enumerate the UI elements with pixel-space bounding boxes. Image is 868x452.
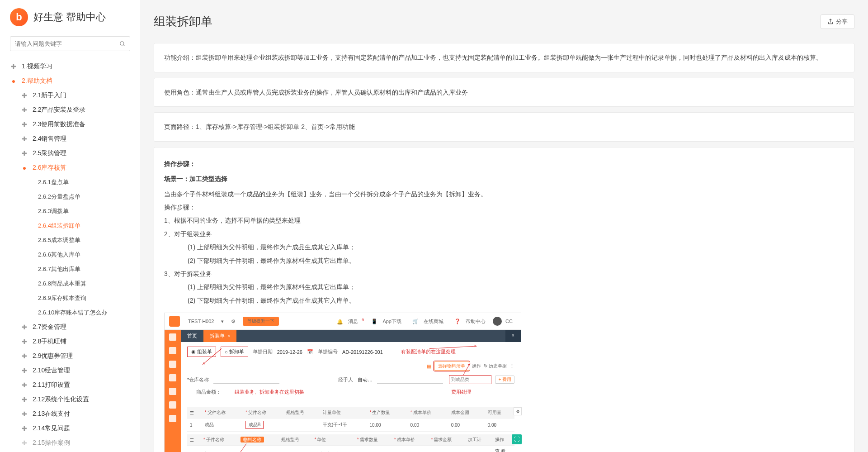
nav-2-13[interactable]: ✚2.13在线支付 xyxy=(0,407,140,421)
ss-tenant: TEST-H002 xyxy=(188,319,214,324)
ss-date-label: 单据日期 xyxy=(253,348,273,355)
gear-icon: ⚙ xyxy=(514,407,522,415)
nav-2-6-4[interactable]: 2.6.4组装拆卸单 xyxy=(0,219,140,233)
plus-icon: ✚ xyxy=(21,352,28,360)
th: 成本单价 xyxy=(408,407,448,419)
ss-topbar: TEST-H002 ▾ ⚙ 等级提升一下 🔔 消息9 📱 App下载 🛒 在线商… xyxy=(165,313,521,330)
nav-2-6-2[interactable]: 2.6.2分量盘点单 xyxy=(0,190,140,204)
embedded-screenshot: TEST-H002 ▾ ⚙ 等级提升一下 🔔 消息9 📱 App下载 🛒 在线商… xyxy=(164,313,521,452)
home-icon xyxy=(169,333,176,341)
th: 成本金额 xyxy=(448,407,485,419)
ss-msg: 🔔 消息9 xyxy=(337,318,364,325)
ss-handler-value: 自动… xyxy=(358,376,373,383)
svg-line-1 xyxy=(123,44,125,46)
copy-icon xyxy=(169,401,176,409)
plus-icon: ✚ xyxy=(21,150,28,157)
th: 单位 xyxy=(312,434,354,446)
logo-icon: b xyxy=(10,8,28,26)
ss-op-btn: 操作 xyxy=(472,363,481,369)
role-card: 使用角色：通常由生产人员或库管人员完成拆装业务的操作，库管人员确认原材料的出库和… xyxy=(154,78,854,107)
ss-radio-disassemble: ○ 拆卸单 xyxy=(221,347,248,357)
ops-label: 操作步骤： xyxy=(164,201,844,214)
more-icon: ⋮ xyxy=(509,363,514,369)
nav-2-6-6[interactable]: 2.6.6其他入库单 xyxy=(0,247,140,262)
th: 父件名称 xyxy=(202,407,243,419)
nav-2-6-7[interactable]: 2.6.7其他出库单 xyxy=(0,262,140,276)
th: 加工计 xyxy=(465,434,492,446)
search-icon[interactable] xyxy=(119,41,126,47)
nav-2-6-1[interactable]: 2.6.1盘点单 xyxy=(0,175,140,190)
ss-handler-input xyxy=(377,376,443,384)
ss-help: ❓ 帮助中心 xyxy=(454,318,489,325)
nav-2-15[interactable]: ✚2.15操作案例 xyxy=(0,436,140,450)
ss-tabs: 首页 拆装单× × xyxy=(181,330,521,342)
ss-biz-amount: 商品金额： xyxy=(196,389,221,395)
nav-2-2[interactable]: ✚2.2产品安装及登录 xyxy=(0,103,140,117)
search-box xyxy=(10,36,130,51)
plus-icon: ✚ xyxy=(21,367,28,374)
plus-icon: ✚ xyxy=(21,135,28,143)
nav-2-11[interactable]: ✚2.11打印设置 xyxy=(0,378,140,392)
nav-2-6[interactable]: ●2.6库存核算 xyxy=(0,161,140,175)
nav-2-6-9[interactable]: 2.6.9库存账本查询 xyxy=(0,291,140,305)
ss-content: 首页 拆装单× × ◉ 组装单 ○ 拆卸单 单据日期 2019-12-26 xyxy=(181,330,521,452)
nav-2-12[interactable]: ✚2.12系统个性化设置 xyxy=(0,392,140,407)
nav-2-9[interactable]: ✚2.9优惠券管理 xyxy=(0,349,140,363)
nav-2-7[interactable]: ✚2.7资金管理 xyxy=(0,320,140,334)
ss-logo-icon xyxy=(169,316,180,327)
nav-2-5[interactable]: ✚2.5采购管理 xyxy=(0,146,140,161)
nav-2-6-10[interactable]: 2.6.10库存账本错了怎么办 xyxy=(0,305,140,320)
share-button[interactable]: 分享 xyxy=(821,14,854,29)
svg-point-0 xyxy=(120,41,124,45)
steps-title: 操作步骤： xyxy=(164,157,844,171)
nav-2-3[interactable]: ✚2.3使用前数据准备 xyxy=(0,117,140,132)
step-3: 3、对于拆装业务 xyxy=(164,267,844,281)
ss-assembly-btn: 选择物料清单 xyxy=(434,362,469,371)
nav-2-6-8[interactable]: 2.6.8商品成本重算 xyxy=(0,276,140,291)
ss-annotation-3: 费用处理 xyxy=(451,389,471,395)
th: ☰ xyxy=(187,434,201,446)
ss-handler-label: 经手人 xyxy=(338,376,353,383)
th: 规格型号 xyxy=(283,407,320,419)
nav-2-8[interactable]: ✚2.8手机旺铺 xyxy=(0,334,140,349)
nav-video[interactable]: ✚1.视频学习 xyxy=(0,59,140,74)
box-icon xyxy=(169,361,176,368)
nav-2-6-5[interactable]: 2.6.5成本调整单 xyxy=(0,233,140,247)
th: 可用量 xyxy=(485,407,514,419)
ss-docno-value: AD-20191226-001 xyxy=(342,349,383,355)
th: 生产数量 xyxy=(367,407,408,419)
chevron-down-icon: ▾ xyxy=(221,319,224,324)
scan-icon: ▦ xyxy=(427,363,431,369)
nav-docs[interactable]: ●2.帮助文档 xyxy=(0,74,140,88)
steps-card: 操作步骤： 场景一：加工类型选择 当由多个子件材料组装成一个成品的业务为【组装】… xyxy=(154,147,854,452)
scene1-desc: 当由多个子件材料组装成一个成品的业务为【组装】业务，当由一个父件拆分成多个子产品… xyxy=(164,188,844,201)
path-text: 1、库存核算->库存管理->组装拆卸单 2、首页->常用功能 xyxy=(196,123,355,130)
minus-icon: ● xyxy=(10,77,17,85)
ss-parent-table: ☰ 父件名称 父件名称 规格型号 计量单位 生产数量 成本单价 成本金额 可用量 xyxy=(187,407,514,432)
nav-2-1[interactable]: ✚2.1新手入门 xyxy=(0,88,140,103)
ss-cost-input: 到成品类 xyxy=(449,375,491,384)
nav-2-6-3[interactable]: 2.6.3调拨单 xyxy=(0,204,140,219)
ss-date-value: 2019-12-26 xyxy=(277,349,302,355)
nav-2-4[interactable]: ✚2.4销售管理 xyxy=(0,132,140,146)
calendar-icon: 📅 xyxy=(307,349,313,355)
path-card: 页面路径：1、库存核算->库存管理->组装拆卸单 2、首页->常用功能 xyxy=(154,112,854,142)
plus-icon: ✚ xyxy=(21,324,28,331)
search-input[interactable] xyxy=(10,36,130,51)
nav-2-10[interactable]: ✚2.10经营管理 xyxy=(0,363,140,378)
plus-icon: ✚ xyxy=(21,106,28,114)
plus-icon: ✚ xyxy=(21,425,28,432)
logo-area: b 好生意 帮助中心 xyxy=(0,8,140,36)
ss-user: CC xyxy=(505,319,513,324)
ss-annotation-2: 有装配清单的在这里处理 xyxy=(401,348,456,355)
ss-tab-current: 拆装单× xyxy=(203,330,236,342)
role-text: 通常由生产人员或库管人员完成拆装业务的操作，库管人员确认原材料的出库和产成品的入… xyxy=(196,89,468,96)
ss-child-table: ☰ 子件名称 物料名称 规格型号 单位 需求数量 成本单价 需求金额 加工计 操… xyxy=(187,434,514,452)
ss-warehouse-label: *仓库名称 xyxy=(187,376,209,383)
minus-icon: ● xyxy=(21,164,28,171)
ss-upgrade-btn: 等级提升一下 xyxy=(243,317,279,326)
th: 需求数量 xyxy=(354,434,392,446)
step-3b: (2) 下部明细为子件明细，最终作为产成品生成其它入库单。 xyxy=(164,294,844,307)
nav-2-14[interactable]: ✚2.14常见问题 xyxy=(0,421,140,436)
th: 操作 xyxy=(492,434,514,446)
